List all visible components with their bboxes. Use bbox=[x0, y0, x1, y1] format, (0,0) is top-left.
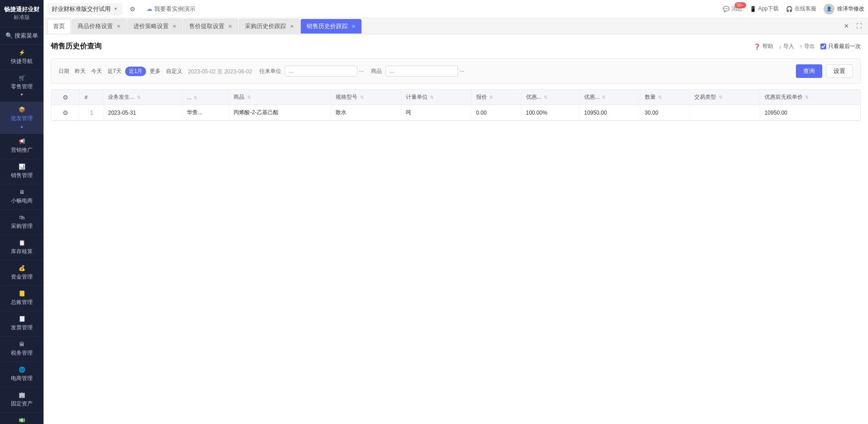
chevron-down-icon: ▼ bbox=[20, 92, 24, 97]
close-icon[interactable]: ✕ bbox=[117, 24, 121, 29]
row-index-cell: 1 bbox=[80, 105, 103, 120]
sidebar-item-search[interactable]: 🔍 搜索菜单 bbox=[0, 27, 44, 45]
sidebar-item-fixed-assets[interactable]: 🏢 固定资产 bbox=[0, 387, 44, 413]
message-badge: 99+ bbox=[735, 2, 746, 8]
sidebar-item-quick-nav[interactable]: ⚡ 快捷导航 bbox=[0, 45, 44, 70]
sidebar-item-tax[interactable]: 🏛 税务管理 bbox=[0, 337, 44, 362]
sidebar-item-ecommerce[interactable]: 🌐 电商管理 bbox=[0, 362, 44, 387]
import-button[interactable]: ↓ 导入 bbox=[779, 43, 794, 50]
module-selector[interactable]: 好业财标准版交付试用 ▼ bbox=[47, 3, 122, 15]
sidebar-item-marketing[interactable]: 📢 营销推广 bbox=[0, 134, 44, 159]
table-col-quantity[interactable]: 数量 ⇅ bbox=[640, 90, 690, 105]
goods-input-group: ··· bbox=[385, 66, 464, 77]
table-header: ⚙ # 业务发生... ⇅ ... ⇅ 商品 ⇅ bbox=[51, 90, 860, 105]
sidebar-item-inventory[interactable]: 📋 库存核算 bbox=[0, 235, 44, 260]
query-button[interactable]: 查询 bbox=[796, 64, 822, 78]
date-btn-7days[interactable]: 近7天 bbox=[106, 67, 123, 76]
topbar-settings-button[interactable]: ⚙ bbox=[126, 4, 139, 14]
only-last-checkbox[interactable] bbox=[820, 43, 826, 49]
only-last-checkbox-label[interactable]: 只看最后一次 bbox=[820, 43, 861, 50]
table-col-discount1[interactable]: 优惠... ⇅ bbox=[521, 90, 580, 105]
app-logo: 畅捷通好业财 标准版 bbox=[0, 0, 44, 27]
sidebar-item-retail[interactable]: 🛒 零售管理 ▼ bbox=[0, 70, 44, 102]
tab-goods-price[interactable]: 商品价格设置 ✕ bbox=[72, 19, 127, 34]
page-title: 销售历史价查询 bbox=[51, 42, 102, 51]
message-button[interactable]: 💬 消息 99+ bbox=[723, 5, 742, 13]
tab-purchase-history[interactable]: 采购历史价跟踪 ✕ bbox=[239, 19, 300, 34]
export-icon: ↑ bbox=[800, 43, 802, 50]
tab-sales-history[interactable]: 销售历史价跟踪 ✕ bbox=[301, 19, 361, 34]
close-icon[interactable]: ✕ bbox=[228, 24, 232, 29]
sidebar-item-ledger[interactable]: 📒 总账管理 bbox=[0, 286, 44, 311]
column-settings-icon[interactable]: ⚙ bbox=[63, 94, 68, 101]
demo-button[interactable]: ☁ 我要看实例演示 bbox=[143, 3, 199, 15]
source-unit-input[interactable] bbox=[285, 66, 357, 77]
close-icon[interactable]: ✕ bbox=[290, 24, 294, 29]
row-spec-cell: 散水 bbox=[331, 105, 401, 120]
chevron-up-icon: ▲ bbox=[20, 124, 24, 129]
close-icon[interactable]: ✕ bbox=[172, 24, 176, 29]
sort-icon: ⇅ bbox=[137, 95, 141, 100]
tab-purchase-strategy[interactable]: 进价策略设置 ✕ bbox=[127, 19, 182, 34]
row-gear-icon[interactable]: ⚙ bbox=[63, 109, 68, 116]
lightning-icon: ⚡ bbox=[19, 49, 25, 56]
sidebar-item-wholesale[interactable]: 📦 批发管理 ▲ bbox=[0, 102, 44, 134]
table-col-transaction-type[interactable]: 交易类型 ⇅ bbox=[690, 90, 760, 105]
close-tab-button[interactable]: ✕ bbox=[841, 21, 852, 32]
topbar: 好业财标准版交付试用 ▼ ⚙ ☁ 我要看实例演示 💬 消息 99+ 📱 App下… bbox=[44, 0, 868, 18]
table-col-goods[interactable]: 商品 ⇅ bbox=[229, 90, 331, 105]
source-unit-more-button[interactable]: ··· bbox=[359, 68, 364, 74]
sidebar-item-finance[interactable]: 💰 资金管理 bbox=[0, 260, 44, 286]
monitor-icon: 🖥 bbox=[19, 189, 24, 195]
goods-filter: 商品 ··· bbox=[371, 66, 464, 77]
table-col-unit[interactable]: 计量单位 ⇅ bbox=[401, 90, 472, 105]
row-goods-cell: 丙烯酸-2-乙基己酯 bbox=[229, 105, 331, 120]
row-settings-cell[interactable]: ⚙ bbox=[51, 105, 80, 120]
table-col-more[interactable]: ... ⇅ bbox=[182, 90, 229, 105]
money-icon: 💰 bbox=[19, 265, 25, 271]
shopping-icon: 🛍 bbox=[19, 214, 24, 221]
sidebar: 畅捷通好业财 标准版 🔍 搜索菜单 ⚡ 快捷导航 🛒 零售管理 ▼ 📦 批发管理… bbox=[0, 0, 44, 424]
table-col-pretax-price[interactable]: 优惠前无税单价 ⇅ bbox=[760, 90, 860, 105]
message-icon: 💬 bbox=[723, 6, 730, 12]
maximize-tab-button[interactable]: ⛶ bbox=[853, 21, 864, 32]
receipt-icon: 🧾 bbox=[19, 316, 25, 322]
table-col-settings[interactable]: ⚙ bbox=[51, 90, 80, 105]
goods-input[interactable] bbox=[385, 66, 458, 77]
date-btn-today[interactable]: 今天 bbox=[89, 67, 104, 76]
clipboard-icon: 📋 bbox=[19, 240, 25, 246]
sidebar-item-invoice[interactable]: 🧾 发票管理 bbox=[0, 311, 44, 337]
table-col-discount2[interactable]: 优惠... ⇅ bbox=[580, 90, 640, 105]
sidebar-item-purchase[interactable]: 🛍 采购管理 bbox=[0, 210, 44, 235]
app-download-button[interactable]: 📱 App下载 bbox=[750, 5, 779, 13]
import-icon: ↓ bbox=[779, 43, 781, 50]
table-col-date[interactable]: 业务发生... ⇅ bbox=[103, 90, 182, 105]
table-col-spec[interactable]: 规格型号 ⇅ bbox=[331, 90, 401, 105]
close-icon[interactable]: ✕ bbox=[351, 24, 356, 29]
online-service-button[interactable]: 🎧 在线客服 bbox=[786, 5, 816, 13]
goods-more-button[interactable]: ··· bbox=[460, 68, 464, 74]
date-btn-more[interactable]: 更多 bbox=[148, 67, 162, 76]
headset-icon: 🎧 bbox=[786, 6, 793, 12]
row-discount2-cell: 10950.00 bbox=[580, 105, 640, 120]
source-unit-input-group: ··· bbox=[285, 66, 364, 77]
cart-icon: 🛒 bbox=[19, 75, 25, 81]
sidebar-item-ecommerce-small[interactable]: 🖥 小畅电商 bbox=[0, 184, 44, 210]
sidebar-item-sales[interactable]: 📊 销售管理 bbox=[0, 159, 44, 184]
export-button[interactable]: ↑ 导出 bbox=[800, 43, 815, 50]
topbar-right: 💬 消息 99+ 📱 App下载 🎧 在线客服 👤 徐泽华修改 bbox=[723, 4, 864, 14]
tab-home[interactable]: 首页 bbox=[47, 19, 71, 34]
sort-icon: ⇅ bbox=[658, 95, 662, 100]
help-button[interactable]: ❓ 帮助 bbox=[754, 43, 773, 50]
settings-button[interactable]: 设置 bbox=[826, 64, 853, 78]
tab-price-extract[interactable]: 售价提取设置 ✕ bbox=[183, 19, 238, 34]
row-unit-cell: 吨 bbox=[401, 105, 472, 120]
date-btn-custom[interactable]: 自定义 bbox=[164, 67, 184, 76]
date-shortcuts: 昨天 今天 近7天 近1月 更多 自定义 bbox=[73, 67, 184, 76]
sidebar-item-payroll[interactable]: 💵 工资 bbox=[0, 413, 44, 424]
date-filter-group: 日期 昨天 今天 近7天 近1月 更多 自定义 2023-05-02 至 202… bbox=[59, 67, 252, 76]
table-col-price[interactable]: 报价 ⇅ bbox=[471, 90, 521, 105]
date-btn-yesterday[interactable]: 昨天 bbox=[73, 67, 88, 76]
date-btn-1month[interactable]: 近1月 bbox=[125, 67, 146, 76]
user-profile[interactable]: 👤 徐泽华修改 bbox=[824, 4, 864, 14]
